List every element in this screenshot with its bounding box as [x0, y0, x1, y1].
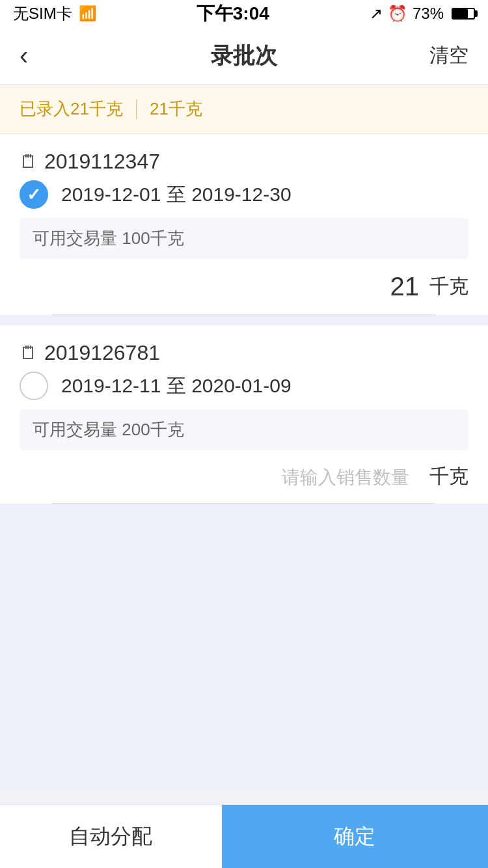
batch-icon-2: 🗒 [20, 342, 38, 364]
auto-distribute-button[interactable]: 自动分配 [0, 805, 222, 868]
sim-text: 无SIM卡 [13, 3, 72, 24]
batch-item-2: 🗒 2019126781 2019-12-11 至 2020-01-09 可用交… [0, 325, 488, 450]
batch-date-row-1[interactable]: 2019-12-01 至 2019-12-30 [20, 180, 468, 209]
recorded-label: 已录入21千克 [20, 98, 123, 120]
clear-button[interactable]: 清空 [429, 42, 468, 69]
batch-icon-1: 🗒 [20, 151, 38, 172]
banner-divider [136, 100, 137, 119]
info-banner: 已录入21千克 21千克 [0, 85, 488, 134]
batch-section-2: 🗒 2019126781 2019-12-11 至 2020-01-09 可用交… [0, 325, 488, 504]
battery-text: 73% [413, 5, 444, 23]
back-button[interactable]: ‹ [20, 41, 59, 70]
battery-icon [452, 8, 475, 20]
batch-header-2: 🗒 2019126781 [20, 341, 468, 365]
date-range-1: 2019-12-01 至 2019-12-30 [61, 182, 291, 208]
status-left: 无SIM卡 📶 [13, 3, 96, 24]
quantity-input-2[interactable] [250, 466, 419, 488]
radio-2[interactable] [20, 372, 48, 400]
input-row-2: 千克 [0, 450, 488, 503]
batch-item-1: 🗒 2019112347 2019-12-01 至 2019-12-30 可用交… [0, 134, 488, 259]
quantity-value-1: 21 [390, 272, 420, 301]
location-icon: ↗ [370, 5, 383, 23]
status-bar: 无SIM卡 📶 下午3:04 ↗ ⏰ 73% [0, 0, 488, 27]
radio-1[interactable] [20, 180, 48, 209]
confirm-button[interactable]: 确定 [222, 805, 488, 868]
date-range-2: 2019-12-11 至 2020-01-09 [61, 373, 291, 400]
status-right: ↗ ⏰ 73% [370, 5, 475, 23]
page-title: 录批次 [211, 41, 277, 71]
input-unit-2: 千克 [429, 463, 468, 490]
batch-header-1: 🗒 2019112347 [20, 150, 468, 174]
status-time: 下午3:04 [197, 1, 269, 26]
section-divider [0, 315, 488, 325]
quantity-unit-1: 千克 [429, 273, 468, 300]
wifi-icon: 📶 [79, 5, 96, 22]
availability-2: 可用交易量 200千克 [20, 409, 468, 450]
bottom-bar: 自动分配 确定 [0, 804, 488, 868]
nav-bar: ‹ 录批次 清空 [0, 27, 488, 85]
quantity-row-1: 21 千克 [0, 259, 488, 314]
batch-section-1: 🗒 2019112347 2019-12-01 至 2019-12-30 可用交… [0, 134, 488, 315]
recorded-value: 21千克 [150, 98, 202, 120]
alarm-icon: ⏰ [388, 5, 407, 23]
empty-area [0, 504, 488, 790]
availability-1: 可用交易量 100千克 [20, 218, 468, 259]
batch-id-2: 2019126781 [44, 341, 160, 365]
batch-id-1: 2019112347 [44, 150, 160, 174]
batch-date-row-2[interactable]: 2019-12-11 至 2020-01-09 [20, 372, 468, 400]
